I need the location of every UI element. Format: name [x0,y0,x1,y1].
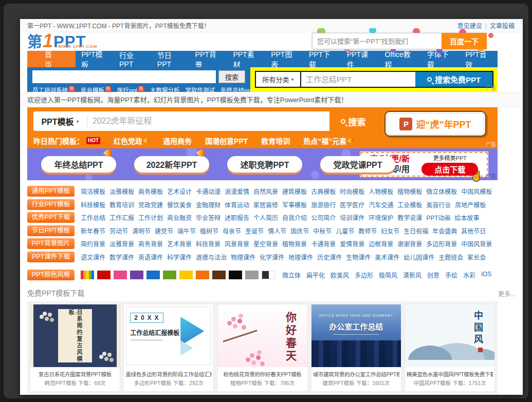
color-swatch[interactable] [130,271,143,279]
color-swatch[interactable] [212,271,226,279]
category-link[interactable]: 数学课件 [109,253,134,261]
category-link[interactable]: 商务背景 [138,239,163,248]
style-link[interactable]: 清新风 [403,271,421,279]
card-title[interactable]: 粉色桃花背景的你好春天PPT模板 [219,370,306,379]
nav-item[interactable]: 行业PPT [114,51,152,67]
category-link[interactable]: 边框背景 [369,239,393,248]
category-link[interactable]: 古典模板 [311,187,336,196]
color-swatch[interactable] [179,271,193,279]
site-search-input[interactable] [32,70,216,83]
category-link[interactable]: 中秋节 [313,226,332,235]
category-link[interactable]: 工作总结 [81,213,105,222]
category-link[interactable]: 卡通背景 [311,239,336,248]
category-link[interactable]: 科技模板 [81,200,105,209]
nav-item[interactable]: PPT课件 [341,51,379,67]
category-link[interactable]: 道德与法治 [196,253,227,261]
category-link[interactable]: 语文课件 [81,253,105,261]
click-download-button[interactable]: 点击下载 ☝ [421,163,478,176]
category-label-button[interactable]: PPT背景图片 [27,238,75,249]
category-link[interactable]: 教师节 [358,226,377,235]
style-link[interactable]: 欧美风 [331,271,349,279]
category-link[interactable]: 汽车交通 [369,200,393,209]
category-link[interactable]: 党政党建 [138,200,163,209]
category-link[interactable]: 浪漫爱情 [225,187,249,196]
nav-item[interactable]: PPT图表 [265,51,303,67]
category-link[interactable]: 建党节 [155,226,173,235]
card-title[interactable]: 精美蓝色水墨中国风PPT模板免费下载 [407,370,493,379]
category-link[interactable]: 金融理财 [196,200,221,209]
category-link[interactable]: 教育培训 [109,200,134,209]
category-link[interactable]: 历史课件 [317,253,342,261]
style-link[interactable]: 水彩 [463,271,475,279]
style-link[interactable]: 创意 [427,271,439,279]
category-link[interactable]: 生日祝福 [403,226,428,235]
nav-item[interactable]: PPT背景 [190,51,228,67]
category-link[interactable]: 植物背景 [282,239,307,248]
category-link[interactable]: 工作计划 [138,213,163,222]
category-link[interactable]: 谢谢背景 [397,239,422,248]
category-link[interactable]: 建筑模板 [282,187,307,196]
category-link[interactable]: 清明节 [132,226,151,235]
category-link[interactable]: 美术课件 [375,253,399,261]
category-dropdown[interactable]: 所有分类 ▾ [256,72,301,87]
promo-category-dropdown[interactable]: PPT模板 ▾ [33,115,87,127]
template-card[interactable]: 你好春天 粉色桃花背景的你好春天PPT模板 植物PPT模板 下载：786次 [217,304,308,392]
category-link[interactable]: 商业融资 [167,213,192,222]
template-card[interactable]: LOGO 日系简约复古风模板 复古日系花卉图案背景PPT模板 韩范PPT模板 下… [30,304,120,392]
template-card[interactable]: 中国风 精美蓝色水墨中国风PPT模板免费下载 中国风PPT模板 下载：1751次 [405,304,495,392]
category-label-button[interactable]: 优秀PPT下载 [27,212,75,223]
ad-search-input[interactable] [301,72,415,87]
banner-pill-button[interactable]: 党政党课PPT [320,156,395,173]
category-link[interactable]: 年会盛典 [432,226,457,235]
category-link[interactable]: 简洁模板 [81,187,105,196]
style-link[interactable]: 扁平化 [306,271,325,279]
category-link[interactable]: 母亲节 [223,226,241,235]
category-link[interactable]: 端午节 [177,226,196,235]
category-link[interactable]: 环境保护 [369,213,393,222]
category-link[interactable]: 主题班会 [438,253,463,261]
hot-template-link[interactable]: 红色党政 [114,136,150,146]
category-label-button[interactable]: PPT课件下载 [27,252,75,262]
category-link[interactable]: 旅游旅行 [311,200,336,209]
style-link[interactable]: 多边形 [355,271,373,279]
category-link[interactable]: 家长会 [467,253,486,261]
hot-template-link[interactable]: 热点“福”元素 [303,136,354,146]
nav-item[interactable]: PPT下载 [303,51,341,67]
category-link[interactable]: 自然风景 [253,187,278,196]
category-link[interactable]: 人物模板 [369,187,393,196]
color-swatch[interactable] [196,271,209,279]
category-link[interactable]: 科学课件 [167,253,192,261]
category-link[interactable]: 物理课件 [231,253,255,261]
category-link[interactable]: 爱情背景 [340,239,364,248]
category-link[interactable]: 述职报告 [225,213,249,222]
baidu-search-button[interactable]: 百度一下 [442,33,487,49]
category-label-button[interactable]: 行业PPT模板 [27,199,75,210]
category-link[interactable]: 绘本故事 [455,213,480,222]
color-swatch[interactable] [97,271,111,279]
category-link[interactable]: 体育运动 [225,200,249,209]
category-link[interactable]: 餐饮美食 [167,200,192,209]
promo-search-input[interactable] [87,117,329,126]
ad-search-button[interactable]: 搜索免费PPT [415,72,492,87]
category-link[interactable]: 简约背景 [81,239,105,248]
category-link[interactable]: 家居装修 [253,200,278,209]
category-link[interactable]: 培训课件 [340,213,364,222]
more-link[interactable]: 更多... [498,289,516,298]
color-swatch[interactable] [163,271,176,279]
category-link[interactable]: 多边形背景 [426,239,457,248]
category-link[interactable]: 幼儿园课件 [403,253,434,261]
promo-search-button[interactable]: 搜索 [329,111,377,131]
category-link[interactable]: 商务模板 [138,187,163,196]
nav-item[interactable]: PPT音效 [460,51,498,67]
category-link[interactable]: 儿童节 [336,226,354,235]
category-link[interactable]: 自我介绍 [282,213,307,222]
category-link[interactable]: 个人简历 [253,213,278,222]
category-link[interactable]: 新年春节 [81,226,105,235]
category-link[interactable]: 美容行业 [426,200,451,209]
color-swatch[interactable] [114,271,127,279]
category-link[interactable]: 生物课件 [346,253,371,261]
card-title[interactable]: 城市建筑背景的办公室工作总结PPT模板 [313,370,399,379]
nav-item[interactable]: 字体下载 [421,51,460,67]
category-link[interactable]: 时尚模板 [340,187,364,196]
category-link[interactable]: 公司简介 [311,213,336,222]
